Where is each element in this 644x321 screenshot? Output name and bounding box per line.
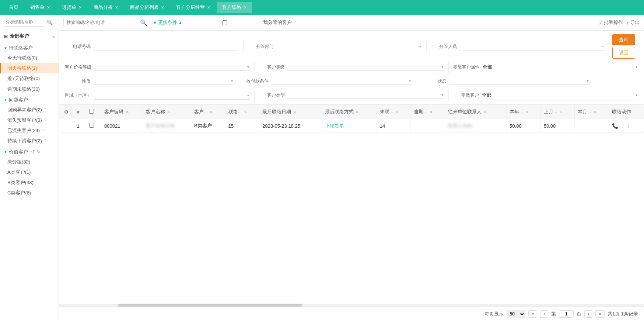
sort-unitcontact-icon[interactable]: ⇅ — [484, 110, 487, 114]
sort-contact-icon[interactable]: ⇅ — [244, 110, 247, 114]
sort-overdue-icon[interactable]: ⇅ — [430, 110, 433, 114]
my-customers-checkbox-label[interactable]: 我分管的客户 — [188, 19, 292, 26]
price-level-select[interactable]: ▾ — [94, 63, 250, 71]
sidebar-item-churned[interactable]: 已流失客户(24) ? — [0, 125, 59, 136]
sidebar-item-ungrouped[interactable]: 未分组(32) — [0, 157, 59, 167]
sidebar-item-today-pending[interactable]: 今天待联络(0) — [0, 53, 59, 63]
th-last-month[interactable]: 上月... ⇅ — [540, 105, 575, 119]
nav-item-analysis[interactable]: 商品分析 ✕ — [88, 2, 123, 13]
th-contact[interactable]: 联络... ⇅ — [225, 105, 259, 119]
sort-unlinked-icon[interactable]: ⇅ — [395, 110, 398, 114]
close-sales-icon[interactable]: ✕ — [47, 5, 50, 10]
search-button[interactable]: 🔍 — [140, 19, 147, 26]
sort-lastmonth-icon[interactable]: ⇅ — [559, 110, 562, 114]
sidebar-all-customers[interactable]: ⊞ 全部客户 « — [0, 30, 59, 42]
search-input[interactable] — [63, 18, 137, 27]
close-customer-tier-icon[interactable]: ✕ — [207, 5, 210, 10]
td-action: 📞 ⋮⋮ — [609, 119, 644, 133]
th-gear[interactable]: ⚙ — [59, 105, 74, 119]
settings-button[interactable]: 设置 — [612, 47, 635, 59]
th-last-date[interactable]: 最后联络日期 ⇅ — [259, 105, 322, 119]
more-action-icon[interactable]: ⋮⋮ — [620, 123, 631, 129]
sort-name-icon[interactable]: ⇅ — [167, 110, 170, 114]
sidebar-item-tomorrow-pending[interactable]: 明天待联络(1) — [0, 63, 59, 73]
sidebar-search-input[interactable] — [3, 18, 45, 27]
nav-item-customer-contact[interactable]: 客户联络 ✕ — [217, 2, 252, 13]
th-last-method[interactable]: 最后联络方式 ⇅ — [322, 105, 377, 119]
last-page-button[interactable]: » — [595, 310, 605, 318]
close-purchase-icon[interactable]: ✕ — [78, 5, 82, 10]
sidebar-item-overdue-pending[interactable]: 逾期未联络(30) — [0, 84, 59, 94]
phone-input[interactable] — [93, 42, 239, 51]
scrollbar-thumb[interactable] — [118, 304, 302, 307]
person-select[interactable]: ··· — [459, 42, 605, 51]
status-select[interactable]: ▾ — [449, 77, 589, 85]
close-customer-contact-icon[interactable]: ✕ — [244, 5, 247, 10]
gear-icon[interactable]: ⚙ — [64, 109, 69, 115]
nature-select[interactable]: ▾ — [93, 77, 234, 85]
sidebar-search-icon[interactable]: 🔍 — [47, 20, 53, 25]
edit-icon[interactable]: ✎ — [36, 149, 41, 155]
sidebar-problem-group[interactable]: ▼ 问题客户 — [0, 94, 59, 105]
dept-select[interactable]: ▾ — [276, 43, 422, 50]
sidebar-value-group[interactable]: ▼ 价值客户 ↺ ✎ — [0, 146, 59, 157]
retail-attr-select[interactable]: 全部 ▾ — [482, 62, 638, 72]
payment-select[interactable]: ▾ — [271, 77, 412, 85]
export-button[interactable]: ↑ 导出 — [627, 19, 640, 26]
filter-region: 区域（地区） ··· — [65, 91, 250, 100]
customer-level-select[interactable]: ▾ — [287, 63, 444, 71]
more-conditions-button[interactable]: ▼ 更多条件 ▲ — [150, 18, 185, 27]
close-analysis-list-icon[interactable]: ✕ — [161, 5, 164, 10]
page-number-input[interactable] — [559, 310, 574, 318]
th-this-month[interactable]: 本月... ⇅ — [575, 105, 609, 119]
th-unlinked[interactable]: 未联... ⇅ — [377, 105, 411, 119]
sidebar-item-churn-warning[interactable]: 流失预警客户(3) ? — [0, 115, 59, 125]
nav-item-home[interactable]: 首页 — [4, 2, 24, 13]
th-overdue[interactable]: 逾期... ⇅ — [411, 105, 445, 119]
refresh-icon[interactable]: ↺ — [31, 149, 35, 155]
sidebar-item-c-customers[interactable]: C类客户(6) — [0, 188, 59, 198]
sort-code-icon[interactable]: ⇅ — [126, 110, 129, 114]
nav-item-customer-tier[interactable]: 客户分层经营 ✕ — [171, 2, 216, 13]
my-customers-checkbox[interactable] — [188, 20, 262, 25]
sidebar-item-b-customers[interactable]: B类客户(33) — [0, 177, 59, 188]
horizontal-scrollbar[interactable] — [59, 304, 644, 307]
prev-page-button[interactable]: ‹ — [540, 310, 548, 318]
nav-item-purchase[interactable]: 进货单 ✕ — [57, 2, 87, 13]
td-type: B类客户 — [191, 119, 225, 133]
sidebar-item-repurchase-abnormal[interactable]: 回购异常客户(2) ? — [0, 105, 59, 115]
td-last-method[interactable]: 下销货单 — [322, 119, 377, 133]
sort-thismonth-icon[interactable]: ⇅ — [594, 110, 596, 114]
close-analysis-icon[interactable]: ✕ — [115, 5, 118, 10]
td-checkbox[interactable] — [86, 119, 101, 133]
first-page-button[interactable]: « — [528, 310, 538, 318]
th-name[interactable]: 客户名称 ⇅ — [143, 105, 191, 119]
sidebar-item-7days-pending[interactable]: 近7天待联络(0) — [0, 73, 59, 84]
customer-type-select[interactable]: ▾ — [287, 92, 444, 99]
filter-row-4: 区域（地区） ··· 客户类型 ▾ 零散客户 全部 — [65, 90, 638, 101]
nav-item-sales[interactable]: 销售单 ✕ — [25, 2, 55, 13]
th-checkbox[interactable] — [86, 105, 101, 119]
th-this-year[interactable]: 本年... ⇅ — [507, 105, 541, 119]
retail-customer-select[interactable]: 全部 ▾ — [481, 90, 638, 100]
page-size-select[interactable]: 50 20 100 — [507, 310, 525, 318]
th-unit-contact[interactable]: 往来单位联系人 ⇅ — [445, 105, 507, 119]
sidebar-item-a-customers[interactable]: A类客户(1) — [0, 167, 59, 177]
select-all-checkbox[interactable] — [89, 109, 94, 114]
th-type[interactable]: 客户... ⇅ — [191, 105, 225, 119]
phone-action-icon[interactable]: 📞 — [612, 123, 618, 129]
collapse-icon[interactable]: « — [52, 34, 55, 39]
sort-thisyear-icon[interactable]: ⇅ — [525, 110, 528, 114]
sidebar-pending-group[interactable]: ▼ 待联络客户 — [0, 42, 59, 53]
th-code[interactable]: 客户编码 ⇅ — [101, 105, 143, 119]
sort-type-icon[interactable]: ⇅ — [210, 110, 213, 114]
query-button[interactable]: 查询 — [612, 34, 635, 45]
region-select[interactable]: ··· — [94, 91, 250, 100]
sort-lastmethod-icon[interactable]: ⇅ — [356, 110, 358, 114]
batch-op-button[interactable]: ☑ 批量操作 — [598, 19, 623, 26]
row-checkbox[interactable] — [89, 123, 94, 128]
next-page-button[interactable]: › — [584, 310, 592, 318]
sidebar-item-declining[interactable]: 持续下滑客户(2) ? — [0, 136, 59, 146]
nav-item-analysis-list[interactable]: 商品分析列表 ✕ — [125, 2, 169, 13]
sort-lastdate-icon[interactable]: ⇅ — [293, 110, 296, 114]
